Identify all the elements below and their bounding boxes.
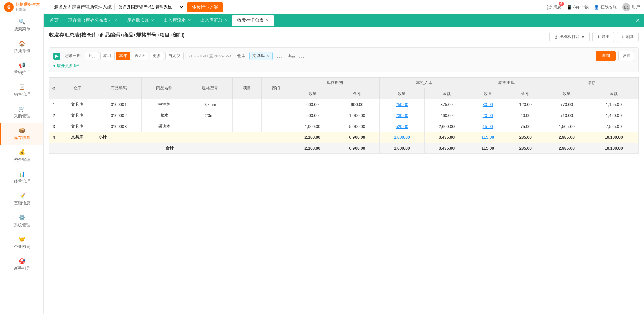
- tab-collect-close[interactable]: ✕: [266, 18, 269, 23]
- th-close-amt: 金额: [589, 88, 638, 99]
- filter-area: ▶ 记账日期 上月 本月 本年 近7天 更多 自定义 2023-01-01 至 …: [49, 47, 639, 72]
- subtotal-out-amt: 235.00: [507, 132, 544, 143]
- sidebar-item-finance[interactable]: 💰 资金管理: [0, 145, 43, 167]
- settings-button[interactable]: 设置: [618, 51, 634, 61]
- subtotal-in-qty[interactable]: 1,000.00: [380, 132, 424, 143]
- filter-row: ▶ 记账日期 上月 本月 本年 近7天 更多 自定义 2023-01-01 至 …: [53, 51, 634, 61]
- sidebar: 🔍 搜索菜单 🏠 快捷导航 📢 营销推广 📋 销售管理 🛒 采购管理 📦 库存核…: [0, 14, 44, 314]
- sidebar-item-guide[interactable]: 🎯 新手引导: [0, 254, 43, 276]
- avatar: Ea: [622, 3, 630, 11]
- sidebar-item-operations[interactable]: 📊 经营管理: [0, 167, 43, 188]
- tab-summary-close[interactable]: ✕: [225, 18, 228, 23]
- row-open-qty: 600.00: [290, 99, 335, 110]
- row-open-qty: 1,000.00: [290, 121, 335, 132]
- tab-collect-summary[interactable]: 收发存汇总表 ✕: [232, 15, 274, 26]
- expand-button[interactable]: ▾ 展开更多条件: [53, 63, 634, 69]
- main-layout: 🔍 搜索菜单 🏠 快捷导航 📢 营销推广 📋 销售管理 🛒 采购管理 📦 库存核…: [0, 14, 644, 314]
- row-in-qty[interactable]: 230.00: [380, 110, 424, 121]
- subtotal-in-amt: 3,435.00: [424, 132, 469, 143]
- custom-button[interactable]: 自定义: [165, 52, 184, 60]
- total-out-amt: 235.00: [507, 143, 544, 154]
- tab-flow-close[interactable]: ✕: [188, 18, 191, 23]
- tab-home[interactable]: 首页: [45, 15, 63, 26]
- sidebar-label-search: 搜索菜单: [14, 26, 30, 32]
- logo-icon: 6: [4, 2, 14, 12]
- row-in-qty[interactable]: 520.00: [380, 121, 424, 132]
- divider: [46, 3, 46, 11]
- sidebar-item-sales[interactable]: 📋 销售管理: [0, 80, 43, 101]
- sidebar-item-system[interactable]: ⚙️ 系统管理: [0, 210, 43, 232]
- row-dept: [261, 99, 290, 110]
- th-close-qty: 数量: [544, 88, 589, 99]
- tab-bar-close-all[interactable]: ✕: [633, 16, 643, 25]
- th-code: 商品编码: [96, 78, 142, 99]
- filter-collapse-button[interactable]: ▶: [53, 53, 60, 60]
- system-select[interactable]: 装备及固定资产辅助管理系统: [114, 3, 184, 11]
- sidebar-item-basic[interactable]: 📝 基础信息: [0, 188, 43, 210]
- print-button[interactable]: 🖨 按模板打印 ▼: [549, 32, 590, 42]
- trial-button[interactable]: 体验行业方案: [187, 2, 223, 12]
- cooperation-icon: 🤝: [19, 236, 26, 243]
- expand-row: ▾ 展开更多条件: [53, 63, 634, 69]
- tab-stock[interactable]: 现存量（库存分布表） ✕: [63, 15, 122, 26]
- tab-batch-close[interactable]: ✕: [151, 18, 154, 23]
- row-out-qty[interactable]: 15.00: [469, 121, 507, 132]
- refresh-button[interactable]: ↻ 刷新: [617, 32, 639, 42]
- warehouse-tag: 文具库 ✕: [249, 52, 273, 60]
- cur-month-button[interactable]: 本月: [100, 52, 115, 60]
- goods-label: 商品: [287, 53, 295, 59]
- warehouse-label: 仓库: [237, 53, 245, 59]
- th-project: 项目: [233, 78, 262, 99]
- goods-dots[interactable]: ...: [299, 53, 305, 59]
- table-row: 1 文具库 0100001 中性笔 0.7mm 600.00 900.00 25…: [49, 99, 639, 110]
- recent7-button[interactable]: 近7天: [132, 52, 148, 60]
- subtotal-out-qty[interactable]: 115.00: [469, 132, 507, 143]
- row-open-qty: 500.00: [290, 110, 335, 121]
- logo-line2: 标准版: [16, 7, 40, 12]
- sidebar-item-inventory[interactable]: 📦 库存核算: [0, 123, 43, 145]
- row-open-amt: 900.00: [335, 99, 379, 110]
- tab-batch-label: 库存批次账: [127, 17, 149, 23]
- tab-flow[interactable]: 出入库流水 ✕: [159, 15, 196, 26]
- row-out-qty[interactable]: 80.00: [469, 99, 507, 110]
- export-button[interactable]: ⬆ 导出: [592, 32, 614, 42]
- subtotal-close-amt: 10,100.00: [589, 132, 638, 143]
- user-area[interactable]: Ea 用户: [622, 3, 640, 11]
- th-settings[interactable]: ⚙: [49, 78, 59, 99]
- row-in-qty[interactable]: 250.00: [380, 99, 424, 110]
- cur-year-button[interactable]: 本年: [116, 52, 130, 60]
- row-close-amt: 7,525.00: [589, 121, 638, 132]
- row-dept: [261, 110, 290, 121]
- chevron-down-icon: ▼: [581, 35, 585, 39]
- tab-summary[interactable]: 出入库汇总 ✕: [196, 15, 232, 26]
- system-name: 装备及固定资产辅助管理系统: [54, 4, 112, 10]
- tab-stock-close[interactable]: ✕: [114, 18, 117, 23]
- subtotal-close-qty: 2,985.00: [544, 132, 589, 143]
- row-close-qty: 710.00: [544, 110, 589, 121]
- th-in-amt: 金额: [424, 88, 469, 99]
- finance-icon: 💰: [19, 149, 26, 155]
- sidebar-item-quick[interactable]: 🏠 快捷导航: [0, 36, 43, 58]
- th-dept: 部门: [261, 78, 290, 99]
- sidebar-item-purchase[interactable]: 🛒 采购管理: [0, 101, 43, 123]
- more-button[interactable]: 更多: [150, 52, 164, 60]
- prev-month-button[interactable]: 上月: [85, 52, 99, 60]
- sidebar-item-marketing[interactable]: 📢 营销推广: [0, 58, 43, 80]
- row-out-qty[interactable]: 20.00: [469, 110, 507, 121]
- subtotal-label: 小计: [96, 132, 290, 143]
- warehouse-tag-close[interactable]: ✕: [266, 54, 269, 59]
- sidebar-item-cooperation[interactable]: 🤝 企业协同: [0, 232, 43, 254]
- tab-batch[interactable]: 库存批次账 ✕: [122, 15, 159, 26]
- query-button[interactable]: 查询: [596, 51, 616, 61]
- message-button[interactable]: 💬 消息 6: [547, 4, 561, 10]
- sidebar-label-inventory: 库存核算: [14, 135, 30, 141]
- page-title: 收发存汇总表(按仓库+商品编码+商品+规格型号+项目+部门): [49, 32, 185, 38]
- search-icon: 🔍: [19, 18, 26, 25]
- app-download-button[interactable]: 📱 App下载: [567, 4, 589, 10]
- page-body: 收发存汇总表(按仓库+商品编码+商品+规格型号+项目+部门) 🖨 按模板打印 ▼…: [44, 27, 644, 314]
- date-range: 2023-01-01 至 2023-12-31: [189, 54, 233, 59]
- sidebar-item-search[interactable]: 🔍 搜索菜单: [0, 14, 43, 36]
- subtotal-row: 4 文具库 小计 2,100.00 6,900.00 1,000.00 3,43…: [49, 132, 639, 143]
- online-service-button[interactable]: 👤 在线客服: [594, 4, 617, 10]
- warehouse-dots[interactable]: ...: [277, 53, 283, 59]
